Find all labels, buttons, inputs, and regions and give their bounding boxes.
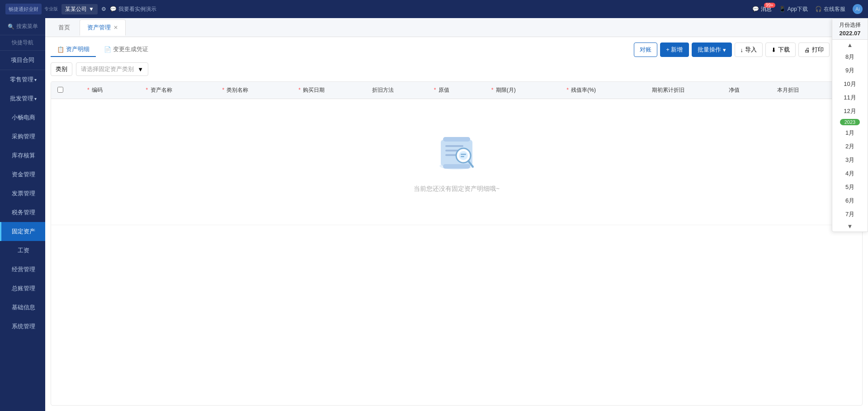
messages-button[interactable]: 💬 消息 99+: [752, 5, 772, 13]
month-item-4[interactable]: 4月: [832, 167, 868, 180]
page-content: 📋 资产明细 📄 变更生成凭证 对账 + 新增 批量操作: [45, 37, 868, 411]
toolbar-left: 类别 请选择固定资产类别 ▼: [51, 62, 148, 76]
asset-detail-icon: 📋: [57, 46, 64, 53]
month-item-9[interactable]: 9月: [832, 64, 868, 77]
empty-state: 当前您还没有固定资产明细哦~: [55, 104, 859, 220]
app-logo: 畅捷通好业财 专业版: [5, 4, 58, 14]
sidebar-item-base-info[interactable]: 基础信息: [0, 298, 45, 317]
sidebar-item-invoice[interactable]: 发票管理: [0, 184, 45, 203]
header-accumulated-depreciation: 期初累计折旧: [623, 82, 714, 99]
sidebar-item-inventory[interactable]: 库存核算: [0, 146, 45, 165]
empty-state-cell: 当前您还没有固定资产明细哦~: [51, 99, 862, 225]
demo-icon: 💬: [110, 6, 117, 12]
sidebar-item-retail[interactable]: 零售管理 ▾: [0, 70, 45, 89]
empty-state-row: 当前您还没有固定资产明细哦~: [51, 99, 862, 225]
import-button[interactable]: ↓ 导入: [735, 43, 763, 57]
asset-table: * 编码 * 资产名称 * 类别名称: [51, 81, 863, 406]
month-item-3[interactable]: 3月: [832, 153, 868, 167]
search-menu[interactable]: 🔍 搜索菜单: [0, 18, 45, 35]
content-area: 首页 资产管理 ✕ 📋 资产明细 📄 变更生成凭证: [45, 18, 868, 411]
sub-tab-change-voucher[interactable]: 📄 变更生成凭证: [98, 43, 155, 57]
table-header: * 编码 * 资产名称 * 类别名称: [51, 82, 862, 99]
top-bar: 畅捷通好业财 专业版 某某公司 ▼ ⚙ 💬 我要看实例演示 💬 消息 99+ 📱…: [0, 0, 868, 18]
month-selector-panel: 月份选择 2022.07 ▲ 8月 9月 10月 11月 12月 2023 1月…: [832, 18, 868, 232]
print-button[interactable]: 🖨 打印: [798, 43, 830, 57]
category-filter[interactable]: 类别: [51, 62, 72, 76]
logo-icon: 畅捷通好业财: [5, 4, 42, 14]
top-bar-right: 💬 消息 99+ 📱 App下载 🎧 在线客服 Ai: [752, 4, 863, 14]
table-header-row: * 编码 * 资产名称 * 类别名称: [51, 82, 862, 99]
month-item-1[interactable]: 1月: [832, 126, 868, 140]
sidebar-item-system[interactable]: 系统管理: [0, 317, 45, 336]
sidebar-item-tax[interactable]: 税务管理: [0, 203, 45, 222]
add-button[interactable]: + 新增: [660, 43, 689, 57]
sidebar-item-label: 工资: [18, 246, 29, 255]
header-monthly-depreciation: 本月折旧: [755, 82, 821, 99]
select-all-checkbox[interactable]: [57, 87, 63, 93]
month-nav-up[interactable]: ▲: [832, 40, 868, 50]
sidebar-item-salary[interactable]: 工资: [0, 241, 45, 260]
header-period: * 期限(月): [467, 82, 540, 99]
sub-tab-asset-detail-label: 资产明细: [66, 45, 90, 53]
svg-rect-11: [461, 156, 464, 157]
tab-close-icon[interactable]: ✕: [113, 24, 118, 31]
phone-icon: 📱: [779, 6, 786, 12]
month-item-2[interactable]: 2月: [832, 140, 868, 153]
sidebar-item-quick-nav[interactable]: 快捷导航: [0, 35, 45, 51]
tab-asset-mgmt[interactable]: 资产管理 ✕: [80, 19, 126, 36]
demo-button[interactable]: 💬 我要看实例演示: [110, 5, 156, 13]
company-selector[interactable]: 某某公司 ▼: [61, 4, 98, 14]
category-select[interactable]: 请选择固定资产类别 ▼: [76, 62, 148, 76]
header-category: * 类别名称: [197, 82, 274, 99]
month-item-12[interactable]: 12月: [832, 104, 868, 118]
month-item-11[interactable]: 11月: [832, 91, 868, 104]
month-panel-year: 2022.07: [836, 30, 864, 37]
header-asset-name: * 资产名称: [121, 82, 197, 99]
month-item-6[interactable]: 6月: [832, 194, 868, 208]
sidebar-item-wholesale[interactable]: 批发管理 ▾: [0, 89, 45, 108]
tab-home-label: 首页: [58, 24, 70, 32]
sidebar-item-finance[interactable]: 资金管理: [0, 165, 45, 184]
add-label: + 新增: [666, 46, 683, 54]
table-body: 当前您还没有固定资产明细哦~: [51, 99, 862, 225]
sidebar-item-label: 零售管理: [10, 76, 33, 84]
user-menu[interactable]: Ai: [853, 4, 863, 14]
chevron-down-icon: ▾: [34, 96, 37, 101]
print-icon: 🖨: [804, 47, 810, 53]
sidebar-item-ledger[interactable]: 总账管理: [0, 279, 45, 298]
online-service-label: 在线客服: [824, 5, 845, 13]
svg-rect-3: [443, 164, 470, 169]
month-item-8[interactable]: 8月: [832, 50, 868, 64]
reconcile-button[interactable]: 对账: [634, 43, 657, 57]
change-voucher-icon: 📄: [104, 46, 111, 53]
month-item-5[interactable]: 5月: [832, 180, 868, 194]
filter-label: 类别: [56, 65, 67, 73]
sidebar-item-fixed-assets[interactable]: 固定资产: [0, 222, 45, 241]
quick-nav-label: 快捷导航: [12, 39, 33, 47]
sidebar-item-label: 经营管理: [12, 265, 35, 274]
download-button[interactable]: ⬇ 下载: [765, 43, 796, 57]
month-nav-down[interactable]: ▼: [832, 221, 868, 231]
tab-home[interactable]: 首页: [51, 19, 78, 35]
batch-button[interactable]: 批量操作 ▾: [692, 43, 732, 57]
svg-point-8: [459, 151, 468, 160]
sidebar-item-project[interactable]: 项目合同: [0, 51, 45, 70]
svg-rect-4: [445, 145, 463, 147]
import-icon: ↓: [741, 47, 744, 53]
sidebar-item-operations[interactable]: 经营管理: [0, 260, 45, 279]
sidebar-item-ecommerce[interactable]: 小畅电商: [0, 108, 45, 127]
month-item-7[interactable]: 7月: [832, 208, 868, 221]
online-service-button[interactable]: 🎧 在线客服: [815, 5, 845, 13]
demo-label: 我要看实例演示: [118, 5, 156, 13]
app-download-button[interactable]: 📱 App下载: [779, 5, 808, 13]
sidebar-item-purchase[interactable]: 采购管理: [0, 127, 45, 146]
header-checkbox-cell: [51, 82, 69, 99]
sub-tab-change-voucher-label: 变更生成凭证: [113, 45, 148, 53]
month-item-10[interactable]: 10月: [832, 77, 868, 91]
sidebar-item-label: 固定资产: [12, 227, 35, 236]
search-icon: 🔍: [8, 24, 14, 30]
top-bar-left: 畅捷通好业财 专业版 某某公司 ▼ ⚙ 💬 我要看实例演示: [5, 4, 748, 14]
settings-button[interactable]: ⚙: [101, 6, 106, 12]
app-download-label: App下载: [788, 5, 808, 13]
sub-tab-asset-detail[interactable]: 📋 资产明细: [51, 43, 96, 57]
